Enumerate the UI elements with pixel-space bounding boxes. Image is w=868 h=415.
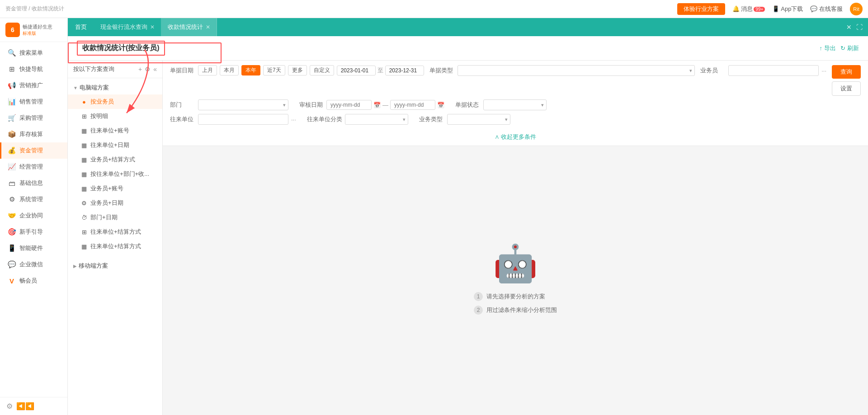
dept-select[interactable] <box>198 99 288 110</box>
avatar[interactable]: Rit <box>850 3 863 15</box>
step-2-num: 2 <box>474 306 483 315</box>
date-btn-7days[interactable]: 近7天 <box>263 65 285 75</box>
sidebar-item-cooperation[interactable]: 🤝 企业协同 <box>0 208 67 224</box>
date-btn-more[interactable]: 更多 <box>288 65 307 75</box>
sidebar-item-operation[interactable]: 📈 经营管理 <box>0 159 67 175</box>
refresh-btn[interactable]: ↻ 刷新 <box>840 44 859 52</box>
sidebar-item-system[interactable]: ⚙ 系统管理 <box>0 191 67 208</box>
sidebar: 6 畅捷通好生意 标准版 🔍 搜索菜单 ⊞ 快捷导航 <box>0 18 68 415</box>
doc-status-select[interactable] <box>483 99 547 110</box>
sidebar-item-inventory[interactable]: 📦 库存核算 <box>0 126 67 142</box>
date-btn-this-year[interactable]: 本年 <box>241 65 260 75</box>
sidebar-item-basic[interactable]: 🗃 基础信息 <box>0 175 67 191</box>
query-button[interactable]: 查询 <box>832 65 861 79</box>
tree-item-staff-date[interactable]: ⚙ 业务员+日期 <box>68 196 162 210</box>
tree-mobile-title[interactable]: ▶ 移动端方案 <box>68 259 162 273</box>
by-detail-icon: ⊞ <box>80 113 88 120</box>
tree-item-by-staff[interactable]: ● 按业务员 <box>68 94 162 109</box>
sidebar-menu: 🔍 搜索菜单 ⊞ 快捷导航 📢 营销推广 📊 销售管理 <box>0 42 67 292</box>
logo-text: 畅捷通好生意 标准版 <box>23 24 52 36</box>
staff-more-icon[interactable]: ··· <box>821 67 826 74</box>
review-date-to[interactable] <box>390 100 435 110</box>
partner-category-label: 往来单位分类 <box>307 115 342 123</box>
page-header: 收款情况统计(按业务员) ↑ 导出 ↻ 刷新 <box>68 36 868 61</box>
filter-row-1: 单据日期 上月 本月 本年 近7天 更多 自定义 至 <box>163 61 868 96</box>
messages-icon[interactable]: 🔔 消息99+ <box>732 5 765 13</box>
tab-bank-flow-close[interactable]: ✕ <box>150 24 155 30</box>
messages-badge: 99+ <box>754 7 765 12</box>
tree-item-unit-dept[interactable]: ▦ 按往来单位+部门+收... <box>68 167 162 181</box>
guide-icon: 🎯 <box>8 228 16 236</box>
date-filter-group: 单据日期 上月 本月 本年 近7天 更多 自定义 至 <box>170 65 424 75</box>
sidebar-item-wechat[interactable]: 💬 企业微信 <box>0 256 67 273</box>
collapse-sidebar-icon[interactable]: ◀‍◀ <box>16 402 34 410</box>
refresh-icon: ↻ <box>840 45 845 52</box>
biz-type-select[interactable] <box>447 114 510 125</box>
sidebar-item-search[interactable]: 🔍 搜索菜单 <box>0 45 67 61</box>
sidebar-bottom: ⚙ ◀‍◀ <box>0 397 67 415</box>
sidebar-item-member[interactable]: V 畅会员 <box>0 273 67 289</box>
sidebar-item-hardware[interactable]: 📱 智能硬件 <box>0 240 67 256</box>
partner-filter: 往来单位 ··· <box>170 114 296 125</box>
basic-icon: 🗃 <box>8 179 16 187</box>
sidebar-logo: 6 畅捷通好生意 标准版 <box>0 18 67 42</box>
doc-type-select[interactable] <box>458 65 695 76</box>
review-date-filter: 审核日期 📅 — 📅 <box>299 100 444 110</box>
doc-status-label: 单据状态 <box>455 101 481 109</box>
tab-collection-stats-close[interactable]: ✕ <box>206 24 210 30</box>
sidebar-item-purchase[interactable]: 🛒 采购管理 <box>0 110 67 126</box>
tab-close-all-icon[interactable]: ✕ <box>846 24 852 31</box>
tab-expand-icon[interactable]: ⛶ <box>856 24 863 31</box>
tree-item-unit-settle2[interactable]: ▦ 往来单位+结算方式 <box>68 239 162 254</box>
step-2-text: 用过滤条件来缩小分析范围 <box>486 306 557 314</box>
date-to-input[interactable] <box>385 66 424 75</box>
partner-category-select[interactable] <box>345 114 408 125</box>
settings-bottom-icon[interactable]: ⚙ <box>6 402 13 410</box>
page-title: 收款情况统计(按业务员) <box>77 41 165 56</box>
tree-item-staff-settlement[interactable]: ▦ 业务员+结算方式 <box>68 152 162 167</box>
trial-btn[interactable]: 体验行业方案 <box>677 3 725 15</box>
tree-arrow-mobile: ▶ <box>73 264 77 269</box>
review-date-icon1: 📅 <box>373 102 381 108</box>
tab-home[interactable]: 首页 <box>68 18 94 36</box>
collapse-bar[interactable]: ∧ 收起更多条件 <box>163 128 868 146</box>
app-download-link[interactable]: 📱 App下载 <box>772 5 803 13</box>
tree-item-dept-date[interactable]: ⏱ 部门+日期 <box>68 210 162 225</box>
search-icon: 🔍 <box>8 49 16 57</box>
sidebar-item-quicknav[interactable]: ⊞ 快捷导航 <box>0 61 67 77</box>
review-date-from[interactable] <box>326 100 372 110</box>
member-icon: V <box>8 277 16 285</box>
biz-type-select-wrapper <box>447 114 510 125</box>
staff-input[interactable] <box>728 65 819 76</box>
tree-item-unit-settle1[interactable]: ⊞ 往来单位+结算方式 <box>68 225 162 239</box>
add-scheme-btn[interactable]: + <box>138 66 142 73</box>
date-btn-last-month[interactable]: 上月 <box>198 65 217 75</box>
tree-desktop-title[interactable]: ▼ 电脑端方案 <box>68 81 162 94</box>
date-btn-this-month[interactable]: 本月 <box>220 65 239 75</box>
sidebar-item-guide[interactable]: 🎯 新手引导 <box>0 224 67 240</box>
tree-item-by-detail[interactable]: ⊞ 按明细 <box>68 109 162 123</box>
left-panel-icons: + ⚙ « <box>138 66 157 73</box>
settings-button[interactable]: 设置 <box>832 81 861 96</box>
date-btn-custom[interactable]: 自定义 <box>310 65 334 75</box>
tab-collection-stats[interactable]: 收款情况统计 ✕ <box>161 18 217 36</box>
tree-mobile-section: ▶ 移动端方案 <box>68 256 162 275</box>
partner-more-icon[interactable]: ··· <box>291 116 296 123</box>
date-sep: 至 <box>377 66 383 75</box>
sidebar-item-finance[interactable]: 💰 资金管理 <box>0 142 67 159</box>
settings-scheme-btn[interactable]: ⚙ <box>145 66 151 73</box>
tree-item-unit-account[interactable]: ▦ 往来单位+账号 <box>68 123 162 138</box>
tab-bank-flow[interactable]: 现金银行流水查询 ✕ <box>94 18 161 36</box>
date-from-input[interactable] <box>337 66 376 75</box>
sidebar-item-marketing[interactable]: 📢 营销推广 <box>0 77 67 94</box>
partner-label: 往来单位 <box>170 115 195 123</box>
online-service-link[interactable]: 💬 在线客服 <box>810 5 843 13</box>
tree-item-staff-account[interactable]: ▦ 业务员+账号 <box>68 181 162 196</box>
collapse-panel-btn[interactable]: « <box>153 66 157 73</box>
by-staff-icon: ● <box>80 99 88 105</box>
export-btn[interactable]: ↑ 导出 <box>820 44 836 52</box>
staff-date-icon: ⚙ <box>80 200 88 207</box>
tree-item-unit-date[interactable]: ▦ 往来单位+日期 <box>68 138 162 152</box>
partner-input[interactable] <box>198 114 288 125</box>
sidebar-item-sales[interactable]: 📊 销售管理 <box>0 94 67 110</box>
